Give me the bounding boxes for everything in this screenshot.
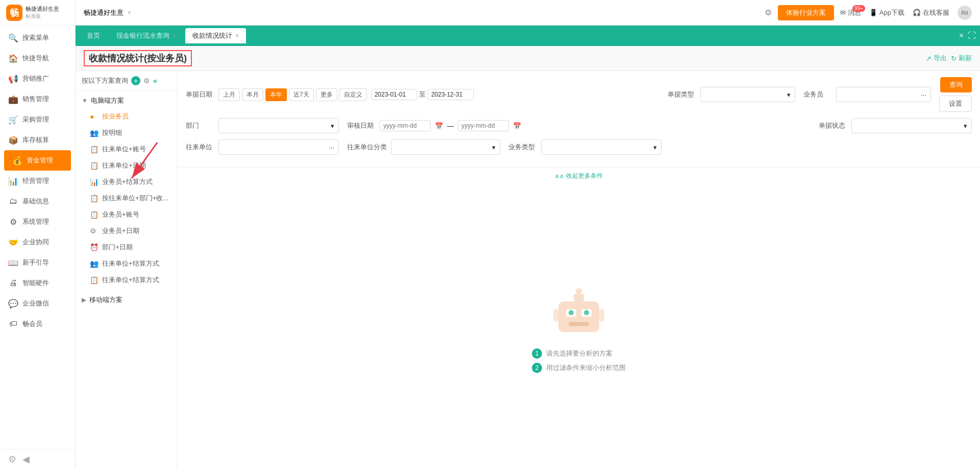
message-button[interactable]: ✉ 消息 99+ <box>840 8 861 17</box>
scheme-item-partner-settle2[interactable]: 📋 往来单位+结算方式 <box>76 272 177 288</box>
sidebar-item-operations[interactable]: 📊 经营管理 <box>0 171 75 191</box>
scheme-add-icon[interactable]: + <box>131 76 140 85</box>
marketing-icon: 📢 <box>8 74 18 84</box>
doc-status-select[interactable]: ▾ <box>851 118 972 133</box>
partner-type-select[interactable]: ▾ <box>391 139 500 155</box>
scheme-item-partner-account[interactable]: 📋 往来单位+账号 <box>76 141 177 157</box>
export-button[interactable]: ↗ 导出 <box>926 54 947 63</box>
user-avatar[interactable]: Rit <box>958 6 972 20</box>
sidebar-item-purchase[interactable]: 🛒 采购管理 <box>0 109 75 130</box>
tab-home[interactable]: 首页 <box>80 28 107 43</box>
tab-bank-close[interactable]: × <box>173 32 176 39</box>
query-button[interactable]: 查询 <box>940 77 972 92</box>
sidebar-item-search[interactable]: 🔍 搜索菜单 <box>0 28 75 48</box>
date-from-input[interactable] <box>371 89 417 100</box>
message-icon: ✉ <box>840 9 846 16</box>
svg-rect-7 <box>569 322 589 326</box>
sidebar-item-inventory[interactable]: 📦 库存核算 <box>0 130 75 150</box>
scheme-collapse-icon[interactable]: « <box>153 77 157 85</box>
filter-area: 单据日期 上月 本月 本年 近7天 更多 自定义 至 <box>178 71 980 469</box>
tab-receipt-close[interactable]: × <box>235 32 239 39</box>
sidebar-label-corp: 企业协同 <box>22 238 49 247</box>
scheme-item-salesperson-date[interactable]: ⚙ 业务员+日期 <box>76 223 177 239</box>
scheme-item-salesperson[interactable]: ● 按业务员 <box>76 108 177 125</box>
doc-type-select[interactable]: ▾ <box>700 87 795 102</box>
breadcrumb-arrow: ▾ <box>128 9 131 16</box>
scheme-item-partner-date[interactable]: 📋 往来单位+日期 <box>76 157 177 174</box>
salesperson-more-icon[interactable]: ··· <box>921 91 926 99</box>
tip-text-1: 请先选择要分析的方案 <box>546 349 612 358</box>
tab-receipt[interactable]: 收款情况统计 × <box>185 28 246 43</box>
sidebar-item-corp[interactable]: 🤝 企业协同 <box>0 232 75 252</box>
tab-home-label: 首页 <box>87 31 100 40</box>
date-btn-custom[interactable]: 自定义 <box>339 88 367 101</box>
sidebar-item-system[interactable]: ⚙ 系统管理 <box>0 212 75 232</box>
biz-type-select[interactable]: ▾ <box>541 139 662 155</box>
date-quick-btns: 上月 本月 本年 近7天 更多 自定义 <box>218 88 367 101</box>
scheme-item-salesperson-account[interactable]: 📋 业务员+账号 <box>76 206 177 223</box>
date-btn-last-month[interactable]: 上月 <box>218 88 240 101</box>
app-download-button[interactable]: 📱 App下载 <box>869 8 904 17</box>
filter-field-doctype: 单据类型 ▾ <box>668 87 795 102</box>
sidebar-item-wechat[interactable]: 💬 企业微信 <box>0 293 75 314</box>
sidebar-item-hardware[interactable]: 🖨 智能硬件 <box>0 273 75 293</box>
scheme-group-mobile: ▶ 移动端方案 <box>76 290 177 310</box>
dept-select[interactable]: ▾ <box>218 118 339 133</box>
tab-fullscreen-icon[interactable]: ⛶ <box>968 31 976 40</box>
page-actions: ↗ 导出 ↻ 刷新 <box>926 54 972 63</box>
scheme-item-partner-date-label: 往来单位+日期 <box>102 161 146 170</box>
sidebar-item-guide[interactable]: 📖 新手引导 <box>0 252 75 273</box>
tab-close-all-icon[interactable]: × <box>959 31 964 40</box>
date-btn-more[interactable]: 更多 <box>316 88 337 101</box>
scheme-group-desktop-header[interactable]: ▼ 电脑端方案 <box>76 93 177 108</box>
service-button[interactable]: 🎧 在线客服 <box>913 8 949 17</box>
sidebar-item-sales[interactable]: 💼 销售管理 <box>0 89 75 109</box>
scheme-item-dept-date[interactable]: ⏰ 部门+日期 <box>76 239 177 255</box>
sales-icon: 💼 <box>8 94 18 104</box>
collapse-sidebar-icon[interactable]: ◀ <box>22 454 30 465</box>
scheme-group-arrow-icon: ▼ <box>82 97 88 104</box>
settings-bottom-icon[interactable]: ⚙ <box>8 454 16 465</box>
sidebar-item-quicknav[interactable]: 🏠 快捷导航 <box>0 48 75 68</box>
date-btn-this-year[interactable]: 本年 <box>265 88 287 101</box>
scheme-item-table1-icon: 📋 <box>90 145 99 153</box>
refresh-icon: ↻ <box>951 55 957 62</box>
sidebar-label-search: 搜索菜单 <box>22 33 49 42</box>
sidebar-item-finance[interactable]: 💰 资金管理 <box>4 150 71 171</box>
review-date-calendar2-icon[interactable]: 📅 <box>513 122 521 130</box>
scheme-group-mobile-header[interactable]: ▶ 移动端方案 <box>76 292 177 308</box>
scheme-item-detail[interactable]: 👥 按明细 <box>76 125 177 141</box>
sidebar-label-hardware: 智能硬件 <box>22 278 49 288</box>
scheme-settings-icon[interactable]: ⚙ <box>143 77 150 85</box>
purchase-icon: 🛒 <box>8 114 18 125</box>
salesperson-select[interactable]: ··· <box>836 87 931 102</box>
date-btn-7days[interactable]: 近7天 <box>289 88 314 101</box>
trial-button[interactable]: 体验行业方案 <box>778 5 834 20</box>
filter-field-dept: 部门 ▾ <box>186 118 339 133</box>
scheme-item-gear-icon: ⚙ <box>90 227 99 235</box>
review-date-to-input[interactable] <box>458 120 509 131</box>
refresh-button[interactable]: ↻ 刷新 <box>951 54 972 63</box>
logo-badge: 标准版 <box>26 13 59 20</box>
review-date-from-input[interactable] <box>380 120 431 131</box>
header-breadcrumb: 畅捷通好生意 ▾ <box>84 8 758 17</box>
review-date-calendar-icon[interactable]: 📅 <box>435 122 443 130</box>
sidebar-item-basic[interactable]: 🗂 基础信息 <box>0 191 75 212</box>
scheme-item-partner-settle1[interactable]: 👥 往来单位+结算方式 <box>76 255 177 272</box>
date-label: 单据日期 <box>186 90 214 99</box>
settings-button[interactable]: 设置 <box>939 96 972 112</box>
home-icon: 🏠 <box>8 53 18 63</box>
app-label: App下载 <box>879 8 904 17</box>
filter-field-salesperson: 业务员 ··· <box>803 87 931 102</box>
sidebar-item-marketing[interactable]: 📢 营销推广 <box>0 68 75 89</box>
partner-select[interactable]: ··· <box>218 139 339 155</box>
header-settings-icon[interactable]: ⚙ <box>765 8 772 17</box>
collapse-bar[interactable]: ∧∧ 收起更多条件 <box>178 167 980 184</box>
scheme-item-partner-dept[interactable]: 📋 按往来单位+部门+收... <box>76 190 177 206</box>
date-btn-this-month[interactable]: 本月 <box>242 88 263 101</box>
scheme-item-salesperson-settle[interactable]: 📊 业务员+结算方式 <box>76 174 177 190</box>
tab-bank[interactable]: 现金银行流水查询 × <box>109 28 183 43</box>
sidebar-item-member[interactable]: 🏷 畅会员 <box>0 314 75 334</box>
partner-more-icon[interactable]: ··· <box>329 144 334 151</box>
date-to-input[interactable] <box>428 89 474 100</box>
